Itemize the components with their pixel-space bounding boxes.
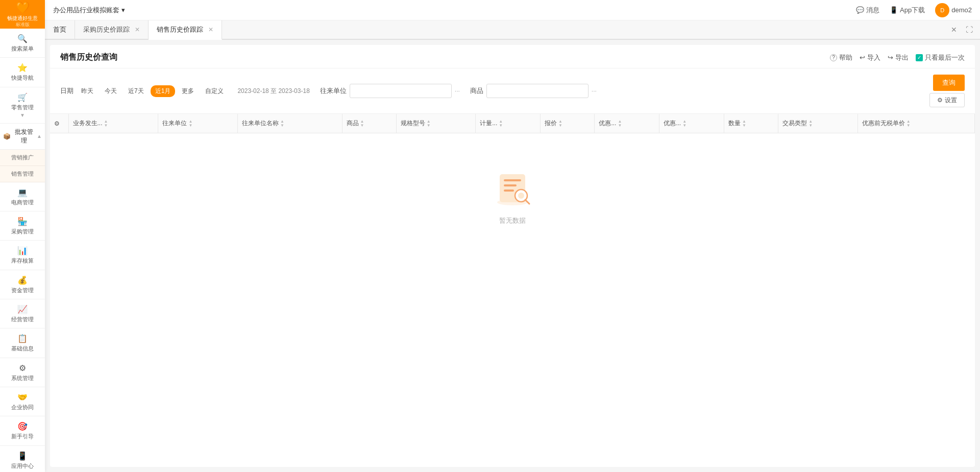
sidebar-item-retail-mgmt[interactable]: 🛒 零售管理 ▼: [0, 87, 45, 124]
quick-nav-icon: ⭐: [17, 63, 28, 73]
sidebar-item-operation-mgmt[interactable]: 📈 经营管理: [0, 299, 45, 328]
sort-arrows-goods: ▲▼: [360, 120, 364, 128]
app-download-action[interactable]: 📱 App下载: [890, 6, 925, 15]
sidebar-item-label: 基础信息: [11, 345, 34, 352]
collapse-arrow-icon: ▲: [37, 133, 42, 139]
svg-rect-2: [504, 179, 521, 181]
th-spec[interactable]: 规格型号 ▲▼: [396, 114, 475, 133]
counterparty-dots[interactable]: ···: [455, 87, 460, 95]
only-last-checkbox[interactable]: ✓: [916, 54, 923, 61]
settings-button[interactable]: ⚙ 设置: [929, 93, 965, 107]
sidebar-item-new-guide[interactable]: 🎯 新手引导: [0, 416, 45, 445]
expand-arrow-icon: ▼: [20, 112, 25, 118]
date-btn-yesterday[interactable]: 昨天: [77, 85, 98, 97]
settings-icon: ⚙: [937, 97, 943, 104]
wholesale-mgmt-icon: 📦: [3, 133, 11, 140]
sidebar-item-enterprise-collab[interactable]: 🤝 企业协同: [0, 387, 45, 416]
sort-arrows-discount1: ▲▼: [618, 120, 622, 128]
svg-rect-3: [504, 184, 517, 186]
sidebar-item-label: 经营管理: [11, 316, 34, 323]
tab-sales-history-close[interactable]: ✕: [208, 26, 213, 33]
goods-dots[interactable]: ···: [592, 87, 597, 95]
sidebar-item-inventory[interactable]: 📊 库存核算: [0, 241, 45, 270]
table-header-row: ⚙ 业务发生... ▲▼ 往来单位: [50, 114, 975, 133]
page-header: 销售历史价查询 ? 帮助 ↩ 导入 ↪ 导出 ✓: [50, 45, 975, 68]
sidebar-item-app-center[interactable]: 📱 应用中心: [0, 446, 45, 472]
th-discount1-label: 优惠...: [599, 119, 616, 128]
tab-purchase-history[interactable]: 采购历史价跟踪 ✕: [75, 20, 149, 39]
sidebar-item-finance-mgmt[interactable]: 💰 资金管理: [0, 270, 45, 299]
th-biz-date[interactable]: 业务发生... ▲▼: [68, 114, 158, 133]
th-goods[interactable]: 商品 ▲▼: [342, 114, 396, 133]
message-action[interactable]: 💬 消息: [856, 6, 879, 15]
th-discount2[interactable]: 优惠... ▲▼: [659, 114, 724, 133]
account-selector[interactable]: 办公用品行业模拟账套 ▾: [53, 6, 125, 15]
th-gear[interactable]: ⚙: [50, 114, 68, 133]
app-logo[interactable]: 🧡 畅捷通好生意 标准版: [0, 0, 45, 29]
th-pre-tax-price[interactable]: 优惠前无税单价 ▲▼: [857, 114, 974, 133]
close-tab-button[interactable]: ✕: [948, 24, 960, 35]
import-action[interactable]: ↩ 导入: [860, 53, 880, 62]
sidebar-item-search-menu[interactable]: 🔍 搜索菜单: [0, 29, 45, 58]
inventory-icon: 📊: [17, 246, 28, 255]
date-buttons: 昨天 今天 近7天 近1月 更多 自定义: [77, 85, 228, 97]
tab-purchase-history-close[interactable]: ✕: [135, 26, 140, 33]
counterparty-input[interactable]: [350, 84, 452, 98]
th-unit-label: 计量...: [480, 119, 497, 128]
th-counterparty-code-label: 往来单位: [162, 119, 187, 128]
sidebar-menu: 🔍 搜索菜单 ⭐ 快捷导航 🛒 零售管理 ▼ 📦 批发管理 ▲ 营销推广 销售管…: [0, 29, 45, 472]
tab-home[interactable]: 首页: [45, 20, 75, 39]
sidebar-item-quick-nav[interactable]: ⭐ 快捷导航: [0, 58, 45, 87]
sidebar-item-label: 零售管理: [11, 104, 34, 111]
sidebar-item-label: 系统管理: [11, 374, 34, 382]
sidebar-item-basic-info[interactable]: 📋 基础信息: [0, 328, 45, 358]
th-counterparty-name-label: 往来单位名称: [242, 119, 279, 128]
tab-spacer: [222, 20, 943, 39]
enterprise-collab-icon: 🤝: [17, 392, 28, 402]
export-action[interactable]: ↪ 导出: [888, 53, 909, 62]
new-guide-icon: 🎯: [17, 421, 28, 431]
date-btn-more[interactable]: 更多: [177, 85, 199, 97]
th-unit[interactable]: 计量... ▲▼: [476, 114, 541, 133]
th-counterparty-name[interactable]: 往来单位名称 ▲▼: [237, 114, 342, 133]
th-counterparty-code[interactable]: 往来单位 ▲▼: [158, 114, 237, 133]
empty-text: 暂无数据: [499, 216, 526, 225]
sidebar-sub-item-marketing[interactable]: 营销推广: [0, 150, 45, 166]
th-quantity[interactable]: 数量 ▲▼: [724, 114, 778, 133]
goods-label: 商品: [470, 86, 483, 96]
topbar: 办公用品行业模拟账套 ▾ 💬 消息 📱 App下载 D demo2: [45, 0, 980, 20]
ecommerce-mgmt-icon: 💻: [17, 187, 28, 197]
sidebar-item-wholesale-mgmt[interactable]: 📦 批发管理 ▲: [0, 124, 45, 150]
help-action[interactable]: ? 帮助: [830, 53, 852, 62]
sidebar-sub-item-sales-mgmt[interactable]: 销售管理: [0, 166, 45, 182]
tab-sales-history[interactable]: 销售历史价跟踪 ✕: [149, 20, 222, 40]
user-profile[interactable]: D demo2: [935, 3, 972, 17]
empty-state: 暂无数据: [50, 133, 975, 256]
fullscreen-button[interactable]: ⛶: [964, 24, 975, 35]
only-last-checkbox-group[interactable]: ✓ 只看最后一次: [916, 53, 965, 62]
sidebar-item-label: 资金管理: [11, 287, 34, 294]
sort-arrows-biz-date: ▲▼: [104, 120, 108, 128]
date-btn-7days[interactable]: 近7天: [124, 85, 149, 97]
th-price[interactable]: 报价 ▲▼: [541, 114, 595, 133]
topbar-title-section: 办公用品行业模拟账套 ▾: [53, 6, 856, 15]
help-icon: ?: [830, 54, 837, 61]
query-button[interactable]: 查询: [933, 75, 965, 91]
sidebar-item-ecommerce-mgmt[interactable]: 💻 电商管理: [0, 182, 45, 211]
tabbar-controls: ✕ ⛶: [943, 20, 980, 39]
th-discount1[interactable]: 优惠... ▲▼: [595, 114, 659, 133]
sidebar-item-purchase-mgmt[interactable]: 🏪 采购管理: [0, 211, 45, 241]
date-label: 日期: [60, 86, 74, 96]
app-name: 畅捷通好生意: [7, 15, 38, 21]
sort-arrows-quantity: ▲▼: [742, 120, 746, 128]
sidebar-item-label: 快捷导航: [11, 74, 34, 81]
date-btn-1month[interactable]: 近1月: [151, 85, 176, 97]
sidebar-item-system-mgmt[interactable]: ⚙ 系统管理: [0, 358, 45, 387]
filter-actions: 查询 ⚙ 设置: [929, 75, 965, 107]
logo-icon: 🧡: [16, 1, 30, 14]
th-trade-type[interactable]: 交易类型 ▲▼: [778, 114, 857, 133]
date-btn-today[interactable]: 今天: [100, 85, 121, 97]
date-btn-custom[interactable]: 自定义: [201, 85, 228, 97]
sort-arrows-pre-tax-price: ▲▼: [906, 120, 911, 128]
goods-input[interactable]: [486, 84, 589, 98]
